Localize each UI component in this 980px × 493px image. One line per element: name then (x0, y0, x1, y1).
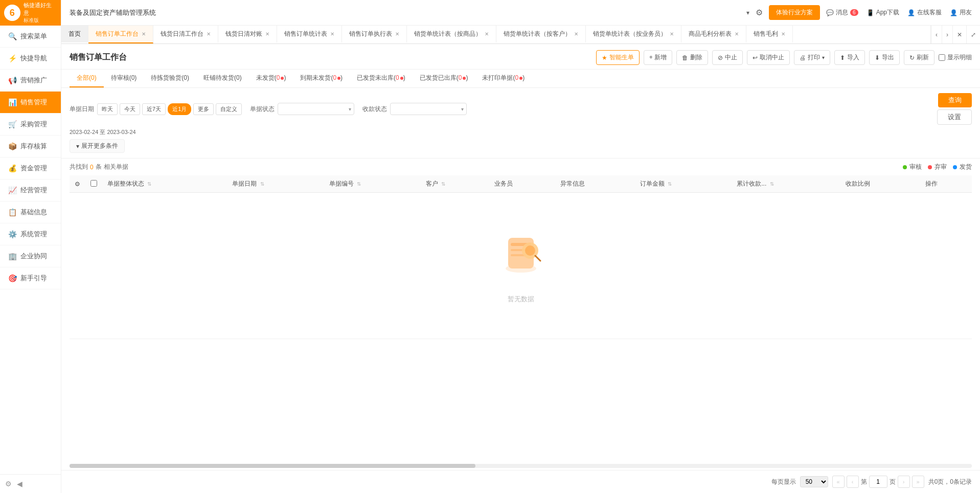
tab-close-sales-exec[interactable]: ✕ (395, 31, 399, 37)
sub-tab-shipped-out[interactable]: 已发货已出库(0) (413, 70, 475, 87)
sub-tab-expired-not-shipped[interactable]: 到期未发货(0) (293, 70, 350, 87)
tab-sales-order[interactable]: 销售订单工作台✕ (88, 26, 153, 43)
sidebar-item-quick-nav[interactable]: ⚡快捷导航 (0, 48, 61, 70)
sidebar-item-basic-info[interactable]: 📋基础信息 (0, 201, 61, 223)
sidebar-item-finance[interactable]: 💰资金管理 (0, 158, 61, 180)
expand-filter-btn[interactable]: ▾ 展开更多条件 (70, 139, 125, 153)
date-btn-近7天[interactable]: 近7天 (142, 103, 166, 115)
export-btn[interactable]: ⬇ 导出 (869, 50, 900, 65)
settings-bottom-icon[interactable]: ⚙ (5, 480, 12, 488)
sub-tab-not-shipped[interactable]: 未发货(0) (249, 70, 293, 87)
next-page-btn[interactable]: › (898, 476, 910, 488)
prev-page-btn[interactable]: ‹ (847, 476, 859, 488)
sidebar-item-purchase[interactable]: 🛒采购管理 (0, 114, 61, 136)
payment-select[interactable] (390, 103, 467, 115)
date-btn-今天[interactable]: 今天 (120, 103, 140, 115)
date-btn-近1月[interactable]: 近1月 (168, 103, 191, 115)
last-page-btn[interactable]: » (912, 476, 924, 488)
date-btn-更多[interactable]: 更多 (193, 103, 214, 115)
date-btn-昨天[interactable]: 昨天 (97, 103, 118, 115)
date-btn-自定义[interactable]: 自定义 (216, 103, 242, 115)
status-select[interactable] (278, 103, 354, 115)
tab-scroll-left-btn[interactable]: ‹ (931, 26, 942, 43)
th-customer-sort[interactable]: ⇅ (441, 181, 445, 187)
sub-tab-pending-inspect[interactable]: 待拣货验货(0) (144, 70, 196, 87)
try-industry-btn[interactable]: 体验行业方案 (769, 5, 820, 20)
tab-close-sale-stat-staff[interactable]: ✕ (670, 31, 674, 37)
chevron-down-icon: ▾ (76, 143, 79, 150)
column-settings-icon[interactable]: ⚙ (75, 181, 80, 188)
smart-create-btn[interactable]: ★ 智能生单 (596, 50, 640, 65)
sub-tab-shipped-not-out[interactable]: 已发货未出库(0) (350, 70, 413, 87)
th-collected-sort[interactable]: ⇅ (770, 181, 774, 187)
delete-btn[interactable]: 🗑 删除 (676, 50, 708, 65)
sub-tab-pending-review[interactable]: 待审核(0) (104, 70, 144, 87)
sidebar-item-sales[interactable]: 📊销售管理 (0, 92, 61, 114)
sidebar-item-operation[interactable]: 📈经营管理 (0, 180, 61, 201)
message-action[interactable]: 💬 消息 6 (826, 8, 858, 17)
tab-sales-毛利[interactable]: 销售毛利✕ (746, 26, 793, 42)
select-all-checkbox[interactable] (90, 180, 97, 187)
page-size-select[interactable]: 102050100 (800, 476, 828, 487)
stop-btn[interactable]: ⊘ 中止 (712, 50, 743, 65)
tab-close-sale-stat-customer[interactable]: ✕ (574, 31, 578, 37)
cancel-stop-btn[interactable]: ↩ 取消中止 (747, 50, 790, 65)
tab-close-sales-毛利[interactable]: ✕ (781, 31, 785, 37)
sub-tab-not-printed[interactable]: 未打印单据(0) (475, 70, 532, 87)
sidebar-item-marketing[interactable]: 📢营销推广 (0, 70, 61, 92)
sidebar-item-guide[interactable]: 🎯新手引导 (0, 267, 61, 289)
payment-filter-label: 收款状态 (362, 105, 387, 114)
show-detail-label[interactable]: 显示明细 (939, 53, 972, 62)
sub-tab-all[interactable]: 全部(0) (70, 70, 104, 87)
tab-gross-margin[interactable]: 商品毛利分析表✕ (681, 26, 746, 42)
tab-close-sale-stat-product[interactable]: ✕ (485, 31, 489, 37)
tab-close-sales-order[interactable]: ✕ (142, 31, 146, 37)
refresh-btn[interactable]: ↻ 刷新 (904, 50, 935, 65)
tab-sale-stat-customer[interactable]: 销货单统计表（按客户）✕ (496, 26, 586, 42)
tab-cash-reconcile[interactable]: 钱货日清对账✕ (218, 26, 277, 42)
th-number-sort[interactable]: ⇅ (357, 181, 361, 187)
sidebar-item-inventory[interactable]: 📦库存核算 (0, 136, 61, 158)
tab-cash-daily[interactable]: 钱货日清工作台✕ (153, 26, 218, 42)
add-btn[interactable]: + 新增 (644, 50, 672, 65)
tab-sales-exec[interactable]: 销售订单执行表✕ (342, 26, 407, 42)
header-settings-icon[interactable]: ⚙ (756, 8, 763, 17)
audit-action-btn[interactable]: 审核 (903, 163, 922, 171)
tab-scroll-right-btn[interactable]: › (942, 26, 952, 43)
print-btn[interactable]: 🖨 打印 ▾ (794, 50, 830, 65)
first-page-btn[interactable]: « (832, 476, 845, 488)
sidebar-item-enterprise[interactable]: 🏢企业协同 (0, 245, 61, 267)
th-status-sort[interactable]: ⇅ (147, 181, 151, 187)
tab-home[interactable]: 首页 (61, 26, 88, 42)
tab-fullscreen-btn[interactable]: ⤢ (966, 26, 980, 43)
system-dropdown-icon[interactable]: ▾ (746, 9, 749, 16)
tab-sale-stat-staff[interactable]: 销货单统计表（按业务员）✕ (586, 26, 681, 42)
tab-close-sales-stat[interactable]: ✕ (330, 31, 334, 37)
tab-close-cash-daily[interactable]: ✕ (207, 31, 211, 37)
th-amount-sort[interactable]: ⇅ (668, 181, 672, 187)
query-btn[interactable]: 查询 (938, 93, 972, 107)
sub-tab-wangpu-ship[interactable]: 旺铺待发货(0) (196, 70, 249, 87)
show-detail-checkbox[interactable] (939, 54, 945, 61)
sidebar-item-search[interactable]: 🔍搜索菜单 (0, 26, 61, 48)
tab-sales-stat[interactable]: 销售订单统计表✕ (277, 26, 342, 42)
th-date-sort[interactable]: ⇅ (260, 181, 264, 187)
online-service-action[interactable]: 👤 在线客服 (907, 8, 942, 17)
svg-line-7 (535, 256, 540, 261)
fake-scrollbar[interactable] (70, 464, 972, 468)
user-action[interactable]: 👤 用友 (950, 8, 972, 17)
collapse-sidebar-icon[interactable]: ◀ (17, 480, 22, 488)
cancel-action-btn[interactable]: 弃审 (928, 163, 947, 171)
tab-sale-stat-product[interactable]: 销货单统计表（按商品）✕ (407, 26, 496, 42)
tab-close-cash-reconcile[interactable]: ✕ (265, 31, 269, 37)
ship-action-btn[interactable]: 发货 (953, 163, 972, 171)
set-btn[interactable]: 设置 (937, 109, 972, 125)
page-number-input[interactable] (869, 476, 887, 488)
service-icon: 👤 (907, 9, 915, 16)
tab-close-all-btn[interactable]: ✕ (952, 26, 966, 43)
import-btn[interactable]: ⬆ 导入 (834, 50, 865, 65)
nav-icon-operation: 📈 (8, 186, 16, 194)
sidebar-item-system[interactable]: ⚙️系统管理 (0, 223, 61, 245)
tab-close-gross-margin[interactable]: ✕ (735, 31, 739, 37)
app-download-action[interactable]: 📱 App下载 (867, 8, 899, 17)
